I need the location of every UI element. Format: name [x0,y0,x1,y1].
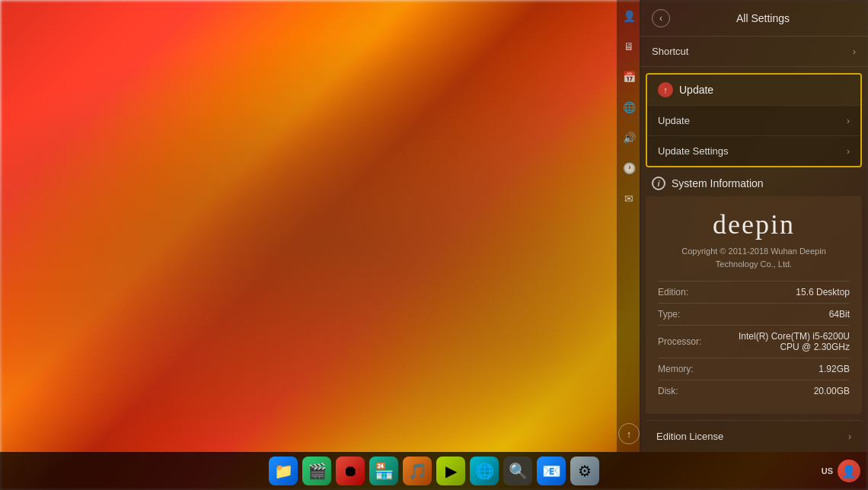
edition-license-row[interactable]: Edition License › [646,420,862,452]
processor-row: Processor: Intel(R) Core(TM) i5-6200UCPU… [658,325,850,358]
bottom-menu: Edition License › Boot Menu › [646,420,862,452]
memory-label: Memory: [658,364,694,374]
memory-value: 1.92GB [819,364,850,374]
update-item-label: Update [658,115,690,126]
sidebar-upload-icon[interactable]: ↑ [618,423,640,444]
shortcut-chevron: › [853,46,856,57]
taskbar-files-icon[interactable]: 📁 [269,457,298,485]
sidebar-clock-icon[interactable]: 🕐 [621,160,637,177]
edition-label: Edition: [658,287,688,298]
deepin-info-box: deepin Copyright © 2011-2018 Wuhan Deepi… [646,196,862,414]
update-item[interactable]: Update › [647,105,860,135]
shortcut-label: Shortcut [652,46,688,57]
disk-row: Disk: 20.00GB [658,380,850,402]
system-info-header: i System Information [640,167,868,196]
system-info-title: System Information [672,177,764,189]
sidebar-calendar-icon[interactable]: 📅 [621,68,637,85]
taskbar: 📁 🎬 ⏺ 🏪 🎵 ▶ 🌐 🔍 📧 ⚙ US 👤 [0,452,868,490]
update-settings-label: Update Settings [658,145,729,157]
sidebar-volume-icon[interactable]: 🔊 [621,129,637,146]
shortcut-row[interactable]: Shortcut › [640,37,868,67]
update-settings-chevron: › [847,146,850,157]
update-title: Update [679,84,713,96]
left-sidebar: 👤 🖥 📅 🌐 🔊 🕐 ✉ ↑ [617,0,641,452]
processor-value: Intel(R) Core(TM) i5-6200UCPU @ 2.30GHz [739,331,850,352]
update-settings-item[interactable]: Update Settings › [647,135,860,166]
taskbar-user-icon[interactable]: 👤 [838,460,860,482]
taskbar-store-icon[interactable]: 🏪 [369,457,398,485]
settings-title: All Settings [670,12,856,24]
settings-header: ‹ All Settings [640,0,868,37]
taskbar-right-area: US 👤 [822,460,860,482]
taskbar-video-icon[interactable]: 🎬 [302,457,331,485]
deepin-copyright: Copyright © 2011-2018 Wuhan DeepinTechno… [658,245,850,270]
taskbar-lang-label[interactable]: US [822,466,833,476]
deepin-logo: deepin [658,208,850,240]
edition-row: Edition: 15.6 Desktop [658,281,850,303]
back-button[interactable]: ‹ [652,9,670,27]
taskbar-search-icon[interactable]: 🔍 [503,457,532,485]
taskbar-browser-icon[interactable]: 🌐 [470,457,499,485]
sidebar-user-icon[interactable]: 👤 [621,8,637,24]
memory-row: Memory: 1.92GB [658,358,850,380]
taskbar-record-icon[interactable]: ⏺ [336,457,365,485]
type-row: Type: 64Bit [658,303,850,325]
settings-panel: ‹ All Settings Shortcut › ↑ Update Updat… [640,0,868,452]
processor-label: Processor: [658,336,701,347]
taskbar-media-icon[interactable]: ▶ [436,457,465,485]
taskbar-settings-icon[interactable]: ⚙ [570,457,599,485]
update-item-chevron: › [847,116,850,126]
sidebar-mail-icon[interactable]: ✉ [621,190,637,207]
taskbar-email-icon[interactable]: 📧 [537,457,566,485]
type-value: 64Bit [829,309,850,320]
sidebar-display-icon[interactable]: 🖥 [621,38,637,55]
update-icon: ↑ [658,82,673,97]
update-section: ↑ Update Update › Update Settings › [646,73,862,167]
edition-license-label: Edition License [656,431,723,442]
sidebar-globe-icon[interactable]: 🌐 [621,99,637,116]
taskbar-music-icon[interactable]: 🎵 [403,457,432,485]
disk-label: Disk: [658,386,678,396]
edition-value: 15.6 Desktop [796,287,850,298]
edition-license-chevron: › [848,431,851,442]
info-icon: i [652,177,665,190]
disk-value: 20.00GB [814,386,850,396]
update-section-header: ↑ Update [647,75,860,105]
type-label: Type: [658,309,680,320]
